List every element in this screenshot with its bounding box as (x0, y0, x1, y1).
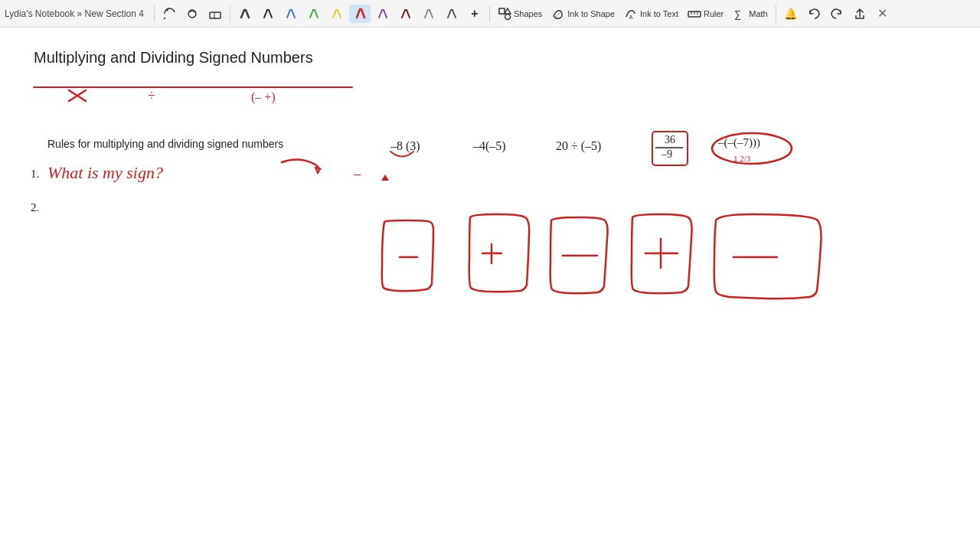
svg-text:–9: –9 (661, 148, 672, 160)
svg-rect-3 (499, 8, 505, 14)
ink-to-shape-icon (551, 7, 565, 21)
pen-darkgray-icon (445, 7, 459, 21)
share-icon (853, 7, 867, 21)
pen-black2-button[interactable] (257, 5, 279, 23)
pen-purple-button[interactable] (372, 5, 394, 23)
undo-icon (807, 7, 821, 21)
close-button[interactable]: ✕ (872, 5, 893, 23)
pen-green-button[interactable] (303, 5, 325, 23)
close-icon: ✕ (876, 7, 890, 21)
pen-red-icon (353, 7, 367, 21)
svg-rect-1 (210, 12, 220, 18)
ruler-button[interactable]: Ruler (684, 5, 727, 23)
lasso-tool-button[interactable] (158, 5, 180, 23)
redo-button[interactable] (826, 5, 848, 23)
toolbar-separator-4 (776, 5, 776, 22)
pen-black1-icon (238, 7, 252, 21)
shapes-icon (498, 7, 511, 21)
page-title: Multiplying and Dividing Signed Numbers (34, 49, 313, 67)
share-button[interactable] (849, 5, 871, 23)
svg-text:∑: ∑ (734, 8, 741, 20)
redo-icon (830, 7, 844, 21)
annotations-layer: ÷ (– +) Rules for multiplying and dividi… (0, 28, 980, 551)
pen-black2-icon (261, 7, 275, 21)
svg-marker-5 (505, 8, 511, 14)
svg-text:(– +): (– +) (251, 90, 276, 104)
rotate-tool-button[interactable] (181, 5, 203, 23)
pen-darkgray-button[interactable] (441, 5, 462, 23)
pen-yellow-icon (330, 7, 344, 21)
svg-point-4 (505, 14, 510, 19)
svg-text:2.: 2. (31, 201, 39, 214)
svg-text:÷: ÷ (148, 88, 155, 103)
notification-icon: 🔔 (784, 7, 798, 21)
toolbar-separator-1 (154, 5, 155, 22)
canvas-area[interactable]: Multiplying and Dividing Signed Numbers … (0, 28, 980, 551)
add-pen-icon: + (468, 7, 482, 21)
add-pen-button[interactable]: + (464, 5, 485, 23)
svg-text:20 ÷ (–5): 20 ÷ (–5) (556, 139, 601, 153)
pen-darkred-button[interactable] (395, 5, 416, 23)
pen-blue-icon (284, 7, 298, 21)
svg-text:–4(–5): –4(–5) (472, 139, 506, 153)
ink-to-shape-label: Ink to Shape (567, 9, 615, 18)
pen-purple-icon (376, 7, 390, 21)
notification-button[interactable]: 🔔 (780, 5, 802, 23)
pen-yellow-button[interactable] (326, 5, 348, 23)
shapes-label: Shapes (514, 9, 542, 18)
pen-red-button[interactable] (349, 5, 371, 23)
svg-text:1 2/3: 1 2/3 (733, 154, 751, 163)
ink-to-text-button[interactable]: A Ink to Text (620, 5, 682, 23)
svg-marker-31 (381, 174, 389, 181)
svg-text:1.: 1. (31, 168, 39, 180)
svg-text:Rules for multiplying and divi: Rules for multiplying and dividing signe… (47, 138, 283, 150)
svg-text:–: – (353, 166, 361, 181)
undo-button[interactable] (803, 5, 825, 23)
rotate-icon (185, 7, 199, 21)
svg-text:–8 (3): –8 (3) (390, 139, 420, 153)
svg-line-13 (69, 90, 86, 101)
svg-point-26 (712, 133, 792, 164)
breadcrumb: Lydia's Notebook » New Section 4 (5, 8, 144, 19)
eraser-button[interactable] (204, 5, 226, 23)
shapes-button[interactable]: Shapes (494, 5, 546, 23)
svg-text:36: 36 (665, 134, 675, 145)
ink-to-text-label: Ink to Text (640, 9, 678, 18)
svg-line-14 (69, 90, 86, 101)
pen-blue-button[interactable] (280, 5, 302, 23)
svg-text:A: A (629, 15, 633, 20)
svg-rect-24 (652, 132, 688, 165)
math-button[interactable]: ∑ Math (729, 5, 771, 23)
pen-gray-icon (422, 7, 436, 21)
ink-to-shape-button[interactable]: Ink to Shape (547, 5, 619, 23)
toolbar-separator-2 (230, 5, 230, 22)
math-icon: ∑ (733, 7, 746, 21)
pen-green-icon (307, 7, 321, 21)
ruler-icon (688, 7, 701, 21)
pen-darkred-icon (399, 7, 413, 21)
eraser-icon (208, 7, 222, 21)
toolbar: Lydia's Notebook » New Section 4 (0, 0, 980, 28)
pen-gray-button[interactable] (418, 5, 439, 23)
ruler-label: Ruler (704, 9, 724, 18)
ink-to-text-icon: A (624, 7, 638, 21)
math-label: Math (749, 9, 767, 18)
pen-black1-button[interactable] (234, 5, 256, 23)
svg-text:What is my sign?: What is my sign? (47, 163, 163, 182)
svg-text:–(–(–7))): –(–(–7))) (717, 136, 760, 149)
svg-point-0 (188, 10, 196, 18)
lasso-icon (162, 7, 176, 21)
toolbar-separator-3 (489, 5, 490, 22)
